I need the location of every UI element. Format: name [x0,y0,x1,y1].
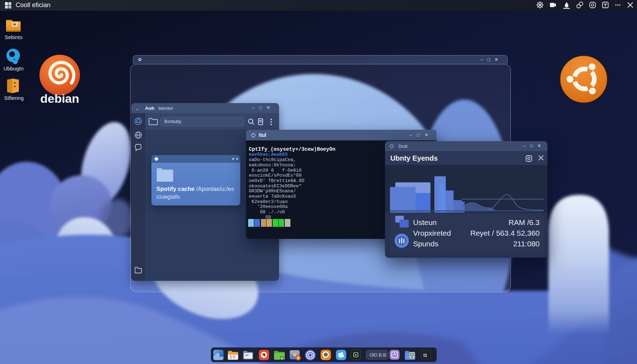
svg-text:OEl B.B: OEl B.B [370,352,386,358]
svg-text:I1: I1 [423,353,427,358]
